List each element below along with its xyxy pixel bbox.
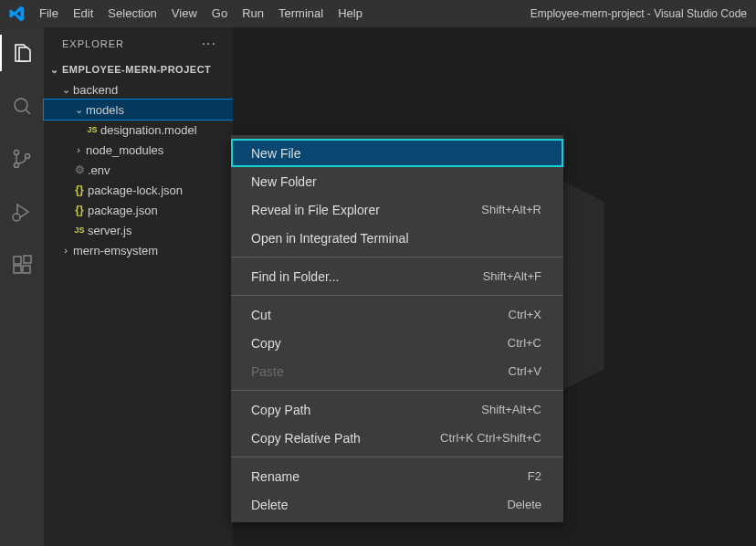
file-package-json[interactable]: {} package.json bbox=[44, 200, 233, 220]
menu-go[interactable]: Go bbox=[205, 0, 235, 27]
menu-run[interactable]: Run bbox=[235, 0, 271, 27]
folder-label: mern-emsystem bbox=[73, 244, 158, 257]
chevron-right-icon: › bbox=[58, 245, 73, 256]
file-label: designation.model bbox=[100, 123, 197, 137]
ctx-copy-path[interactable]: Copy Path Shift+Alt+C bbox=[231, 395, 563, 424]
ctx-shortcut: Shift+Alt+R bbox=[481, 203, 541, 216]
explorer-icon[interactable] bbox=[0, 35, 44, 71]
file-label: server.js bbox=[88, 224, 131, 237]
file-package-lock[interactable]: {} package-lock.json bbox=[44, 180, 233, 200]
ctx-label: Copy Relative Path bbox=[251, 431, 361, 446]
ctx-label: Copy bbox=[251, 336, 281, 351]
chevron-right-icon: › bbox=[71, 144, 86, 155]
ctx-paste: Paste Ctrl+V bbox=[231, 357, 563, 385]
source-control-icon[interactable] bbox=[0, 141, 44, 177]
ctx-find-in-folder[interactable]: Find in Folder... Shift+Alt+F bbox=[231, 262, 563, 290]
root-label: EMPLOYEE-MERN-PROJECT bbox=[62, 64, 211, 75]
menubar: File Edit Selection View Go Run Terminal… bbox=[32, 0, 370, 27]
search-icon[interactable] bbox=[0, 88, 44, 124]
menu-file[interactable]: File bbox=[32, 0, 66, 27]
extensions-icon[interactable] bbox=[0, 247, 44, 283]
svg-point-1 bbox=[15, 151, 19, 155]
ctx-copy[interactable]: Copy Ctrl+C bbox=[231, 329, 563, 357]
ctx-label: Cut bbox=[251, 308, 271, 322]
ctx-shortcut: Ctrl+K Ctrl+Shift+C bbox=[440, 431, 541, 445]
more-actions-icon[interactable]: ··· bbox=[202, 36, 216, 52]
ctx-label: Find in Folder... bbox=[251, 269, 340, 284]
ctx-shortcut: Delete bbox=[507, 498, 541, 511]
folder-label: models bbox=[86, 103, 124, 117]
ctx-delete[interactable]: Delete Delete bbox=[231, 490, 563, 519]
ctx-label: Copy Path bbox=[251, 403, 310, 417]
menu-view[interactable]: View bbox=[164, 0, 205, 27]
ctx-new-folder[interactable]: New Folder bbox=[231, 167, 563, 195]
folder-label: backend bbox=[73, 83, 118, 97]
sidebar-header: EXPLORER ··· bbox=[44, 27, 233, 59]
ctx-rename[interactable]: Rename F2 bbox=[231, 462, 563, 490]
ctx-open-terminal[interactable]: Open in Integrated Terminal bbox=[231, 224, 563, 252]
file-label: package.json bbox=[88, 204, 158, 217]
ctx-shortcut: Ctrl+X bbox=[509, 308, 541, 321]
folder-mern-emsystem[interactable]: › mern-emsystem bbox=[44, 240, 233, 260]
sidebar: EXPLORER ··· ⌄ EMPLOYEE-MERN-PROJECT ⌄ b… bbox=[44, 27, 233, 546]
ctx-cut[interactable]: Cut Ctrl+X bbox=[231, 300, 563, 329]
ctx-label: Reveal in File Explorer bbox=[251, 203, 380, 217]
chevron-down-icon: ⌄ bbox=[58, 84, 73, 96]
folder-label: node_modules bbox=[86, 143, 163, 157]
svg-rect-5 bbox=[14, 257, 21, 264]
js-file-icon: JS bbox=[71, 226, 88, 235]
window-title: Employee-mern-project - Visual Studio Co… bbox=[370, 7, 756, 20]
folder-models[interactable]: ⌄ models bbox=[44, 100, 233, 120]
file-designation-model[interactable]: JS designation.model bbox=[44, 120, 233, 140]
activitybar bbox=[0, 27, 44, 546]
svg-rect-7 bbox=[23, 266, 30, 273]
separator bbox=[231, 257, 563, 257]
file-label: .env bbox=[88, 163, 110, 177]
file-env[interactable]: ⚙ .env bbox=[44, 160, 233, 180]
separator bbox=[231, 295, 563, 296]
ctx-shortcut: Shift+Alt+F bbox=[483, 269, 541, 283]
ctx-shortcut: Shift+Alt+C bbox=[481, 403, 541, 416]
file-label: package-lock.json bbox=[88, 184, 183, 197]
file-tree: ⌄ EMPLOYEE-MERN-PROJECT ⌄ backend ⌄ mode… bbox=[44, 59, 233, 260]
ctx-reveal-explorer[interactable]: Reveal in File Explorer Shift+Alt+R bbox=[231, 195, 563, 224]
ctx-label: New File bbox=[251, 146, 300, 161]
explorer-title: EXPLORER bbox=[62, 38, 124, 49]
ctx-shortcut: Ctrl+C bbox=[508, 336, 541, 350]
ctx-label: Open in Integrated Terminal bbox=[251, 231, 409, 246]
separator bbox=[231, 457, 563, 457]
tree-root[interactable]: ⌄ EMPLOYEE-MERN-PROJECT bbox=[44, 59, 233, 79]
ctx-copy-relative-path[interactable]: Copy Relative Path Ctrl+K Ctrl+Shift+C bbox=[231, 424, 563, 452]
gear-icon: ⚙ bbox=[71, 163, 88, 176]
context-menu: New File New Folder Reveal in File Explo… bbox=[231, 135, 563, 522]
menu-terminal[interactable]: Terminal bbox=[271, 0, 331, 27]
file-server-js[interactable]: JS server.js bbox=[44, 220, 233, 240]
svg-point-3 bbox=[26, 154, 30, 159]
menu-edit[interactable]: Edit bbox=[66, 0, 100, 27]
chevron-down-icon: ⌄ bbox=[47, 64, 62, 76]
vscode-logo-icon bbox=[0, 5, 32, 22]
js-file-icon: JS bbox=[84, 125, 100, 134]
menu-help[interactable]: Help bbox=[331, 0, 370, 27]
ctx-new-file[interactable]: New File bbox=[231, 139, 563, 167]
svg-point-2 bbox=[15, 163, 19, 168]
folder-backend[interactable]: ⌄ backend bbox=[44, 79, 233, 100]
json-file-icon: {} bbox=[71, 204, 88, 216]
ctx-label: Delete bbox=[251, 498, 288, 512]
ctx-shortcut: Ctrl+V bbox=[509, 364, 541, 378]
ctx-label: Paste bbox=[251, 364, 284, 379]
ctx-shortcut: F2 bbox=[528, 469, 541, 483]
debug-icon[interactable] bbox=[0, 194, 44, 230]
svg-rect-6 bbox=[14, 266, 21, 273]
folder-node-modules[interactable]: › node_modules bbox=[44, 140, 233, 160]
svg-point-4 bbox=[13, 214, 20, 221]
svg-rect-8 bbox=[24, 256, 31, 263]
svg-point-0 bbox=[15, 99, 27, 111]
titlebar: File Edit Selection View Go Run Terminal… bbox=[0, 0, 756, 27]
ctx-label: Rename bbox=[251, 469, 299, 484]
separator bbox=[231, 390, 563, 391]
json-file-icon: {} bbox=[71, 184, 88, 196]
chevron-down-icon: ⌄ bbox=[71, 104, 86, 116]
menu-selection[interactable]: Selection bbox=[100, 0, 163, 27]
ctx-label: New Folder bbox=[251, 174, 317, 189]
